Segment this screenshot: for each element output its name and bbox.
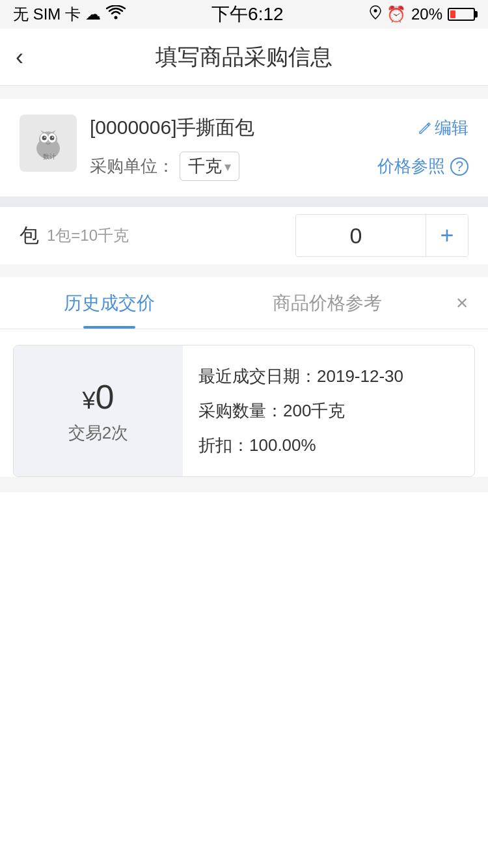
quantity-label: 包 1包=10千克 — [20, 223, 129, 249]
status-bar: 无 SIM 卡 ☁ 下午6:12 ⏰ 20% — [0, 0, 488, 29]
quantity-input-group: + — [295, 214, 468, 257]
status-left: 无 SIM 卡 ☁ — [13, 4, 126, 25]
location-icon — [370, 5, 381, 23]
tab-active-indicator — [83, 326, 135, 329]
page-title: 填写商品采购信息 — [156, 42, 332, 72]
status-right: ⏰ 20% — [370, 5, 475, 23]
product-thumbnail: 数计 — [20, 115, 77, 172]
svg-text:数计: 数计 — [43, 153, 56, 160]
discount-row: 折扣：100.00% — [198, 433, 459, 458]
alarm-icon: ⏰ — [386, 5, 406, 23]
product-info: [0000006]手撕面包 编辑 采购单位： 千克 ▾ 价格参照 ? — [90, 115, 468, 181]
quantity-plus-button[interactable]: + — [426, 215, 468, 256]
tab-header: 历史成交价 商品价格参考 × — [0, 277, 488, 329]
product-card: 数计 [0000006]手撕面包 编辑 采购单位： 千克 ▾ — [0, 99, 488, 197]
nav-bar: ‹ 填写商品采购信息 — [0, 29, 488, 86]
help-icon: ? — [450, 157, 468, 176]
svg-point-0 — [114, 16, 117, 20]
tab-product-price-reference[interactable]: 商品价格参考 — [218, 277, 436, 329]
tab-section: 历史成交价 商品价格参考 × ¥0 交易2次 最近成交日期：2019-12-30… — [0, 277, 488, 477]
unit-conversion: 1包=10千克 — [47, 225, 129, 246]
tab-close-button[interactable]: × — [436, 291, 488, 315]
quantity-row: 包 1包=10千克 + — [0, 207, 488, 264]
wifi-icon — [106, 5, 126, 23]
sim-status: 无 SIM 卡 ☁ — [13, 4, 101, 25]
section-divider — [0, 197, 488, 207]
unit-badge: 包 — [20, 223, 39, 249]
price-reference-button[interactable]: 价格参照 ? — [377, 155, 468, 178]
battery-percentage: 20% — [411, 5, 442, 23]
recent-date-row: 最近成交日期：2019-12-30 — [198, 364, 459, 389]
unit-label: 采购单位： 千克 ▾ — [90, 152, 239, 181]
product-name: [0000006]手撕面包 — [90, 115, 254, 141]
back-button[interactable]: ‹ — [16, 44, 23, 71]
edit-button[interactable]: 编辑 — [418, 116, 468, 139]
dropdown-icon: ▾ — [224, 159, 231, 174]
history-price-card: ¥0 交易2次 最近成交日期：2019-12-30 采购数量：200千克 折扣：… — [13, 345, 475, 477]
svg-point-9 — [52, 137, 53, 138]
svg-point-8 — [44, 137, 46, 138]
tab-history-price[interactable]: 历史成交价 — [0, 277, 218, 329]
history-price-right: 最近成交日期：2019-12-30 采购数量：200千克 折扣：100.00% — [183, 346, 474, 476]
history-transaction-count: 交易2次 — [68, 422, 128, 444]
quantity-input[interactable] — [296, 215, 426, 256]
purchase-qty-row: 采购数量：200千克 — [198, 398, 459, 424]
svg-point-6 — [42, 136, 47, 141]
history-price-left: ¥0 交易2次 — [14, 346, 183, 476]
svg-point-7 — [50, 136, 55, 141]
history-price-value: ¥0 — [83, 377, 115, 416]
status-time: 下午6:12 — [211, 2, 284, 27]
battery-icon — [448, 8, 475, 21]
unit-select[interactable]: 千克 ▾ — [180, 152, 239, 181]
bottom-area — [0, 493, 488, 868]
svg-point-1 — [373, 9, 377, 12]
